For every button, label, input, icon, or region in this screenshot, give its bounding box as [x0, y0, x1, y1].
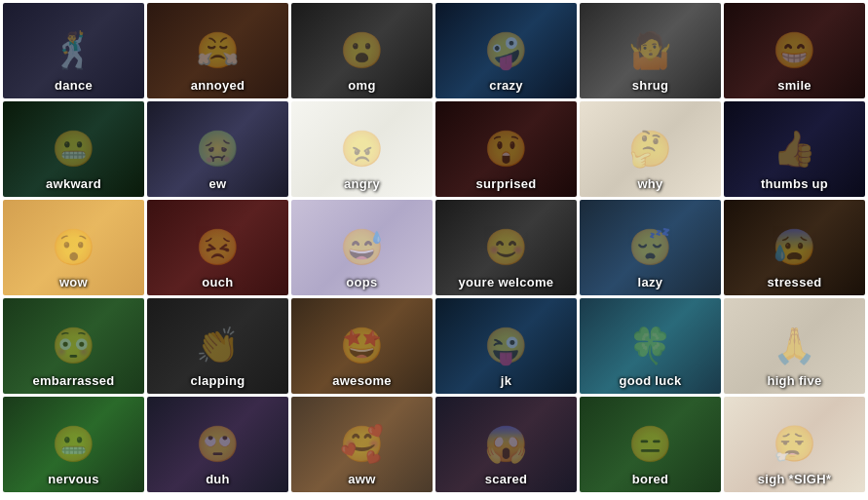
cell-yourewelcome[interactable]: 😊youre welcome [435, 200, 577, 295]
cell-emoji-jk: 😜 [484, 326, 528, 366]
cell-label-surprised: surprised [435, 176, 577, 191]
cell-emoji-stressed: 😰 [773, 227, 816, 268]
cell-dance[interactable]: 🕺dance [3, 3, 144, 98]
cell-emoji-duh: 🙄 [196, 424, 240, 465]
cell-emoji-scared: 😱 [484, 424, 528, 465]
cell-emoji-embarrassed: 😳 [52, 326, 95, 366]
cell-surprised[interactable]: 😲surprised [435, 101, 577, 197]
cell-emoji-wow: 😯 [52, 227, 95, 268]
cell-emoji-omg: 😮 [340, 30, 384, 71]
cell-label-clapping: clapping [147, 373, 288, 388]
cell-label-thumbsup: thumbs up [724, 176, 865, 191]
cell-emoji-ouch: 😣 [196, 227, 240, 268]
cell-label-aww: aww [291, 472, 433, 486]
cell-duh[interactable]: 🙄duh [147, 397, 288, 492]
cell-label-duh: duh [147, 472, 288, 486]
cell-emoji-angry: 😠 [340, 129, 384, 170]
cell-label-bored: bored [580, 472, 721, 486]
cell-emoji-ew: 🤢 [196, 129, 240, 170]
cell-label-yourewelcome: youre welcome [435, 275, 577, 289]
cell-why[interactable]: 🤔why [580, 101, 721, 197]
cell-ouch[interactable]: 😣ouch [147, 200, 288, 295]
cell-label-angry: angry [291, 176, 433, 191]
cell-emoji-dance: 🕺 [52, 30, 95, 71]
cell-awkward[interactable]: 😬awkward [3, 101, 144, 197]
cell-label-scared: scared [435, 472, 577, 486]
cell-label-awesome: awesome [291, 373, 433, 388]
cell-label-omg: omg [291, 78, 433, 93]
cell-crazy[interactable]: 🤪crazy [435, 3, 577, 98]
cell-label-awkward: awkward [3, 176, 144, 191]
cell-label-lazy: lazy [580, 275, 721, 289]
cell-emoji-shrug: 🤷 [628, 30, 672, 71]
cell-emoji-yourewelcome: 😊 [484, 227, 528, 268]
cell-awesome[interactable]: 🤩awesome [291, 298, 433, 394]
cell-jk[interactable]: 😜jk [435, 298, 577, 394]
cell-emoji-annoyed: 😤 [196, 30, 240, 71]
cell-label-stressed: stressed [724, 275, 865, 289]
cell-emoji-sigh: 😮‍💨 [773, 424, 816, 465]
cell-smile[interactable]: 😁smile [724, 3, 865, 98]
cell-label-embarrassed: embarrassed [3, 373, 144, 388]
cell-aww[interactable]: 🥰aww [291, 397, 433, 492]
cell-bored[interactable]: 😑bored [580, 397, 721, 492]
cell-ew[interactable]: 🤢ew [147, 101, 288, 197]
cell-emoji-nervous: 😬 [52, 424, 95, 465]
cell-label-goodluck: good luck [580, 373, 721, 388]
cell-emoji-thumbsup: 👍 [773, 129, 816, 170]
cell-label-why: why [580, 176, 721, 191]
cell-label-oops: oops [291, 275, 433, 289]
cell-oops[interactable]: 😅oops [291, 200, 433, 295]
cell-label-dance: dance [3, 78, 144, 93]
cell-thumbsup[interactable]: 👍thumbs up [724, 101, 865, 197]
cell-scared[interactable]: 😱scared [435, 397, 577, 492]
cell-label-sigh: sigh *SIGH* [724, 472, 865, 486]
cell-emoji-highfive: 🙏 [773, 326, 816, 366]
cell-emoji-goodluck: 🍀 [628, 326, 672, 366]
cell-emoji-why: 🤔 [628, 129, 672, 170]
gif-grid: 🕺dance😤annoyed😮omg🤪crazy🤷shrug😁smile😬awk… [0, 0, 868, 495]
cell-label-crazy: crazy [435, 78, 577, 93]
cell-wow[interactable]: 😯wow [3, 200, 144, 295]
cell-emoji-bored: 😑 [628, 424, 672, 465]
cell-emoji-smile: 😁 [773, 30, 816, 71]
cell-label-jk: jk [435, 373, 577, 388]
cell-embarrassed[interactable]: 😳embarrassed [3, 298, 144, 394]
cell-angry[interactable]: 😠angry [291, 101, 433, 197]
cell-label-annoyed: annoyed [147, 78, 288, 93]
cell-emoji-oops: 😅 [340, 227, 384, 268]
cell-shrug[interactable]: 🤷shrug [580, 3, 721, 98]
cell-emoji-awesome: 🤩 [340, 326, 384, 366]
cell-emoji-lazy: 😴 [628, 227, 672, 268]
cell-lazy[interactable]: 😴lazy [580, 200, 721, 295]
cell-goodluck[interactable]: 🍀good luck [580, 298, 721, 394]
cell-annoyed[interactable]: 😤annoyed [147, 3, 288, 98]
cell-emoji-awkward: 😬 [52, 129, 95, 170]
cell-label-ew: ew [147, 176, 288, 191]
cell-label-shrug: shrug [580, 78, 721, 93]
cell-label-smile: smile [724, 78, 865, 93]
cell-label-highfive: high five [724, 373, 865, 388]
cell-emoji-aww: 🥰 [340, 424, 384, 465]
cell-highfive[interactable]: 🙏high five [724, 298, 865, 394]
cell-sigh[interactable]: 😮‍💨sigh *SIGH* [724, 397, 865, 492]
cell-omg[interactable]: 😮omg [291, 3, 433, 98]
cell-emoji-surprised: 😲 [484, 129, 528, 170]
cell-label-ouch: ouch [147, 275, 288, 289]
cell-label-nervous: nervous [3, 472, 144, 486]
cell-emoji-clapping: 👏 [196, 326, 240, 366]
cell-nervous[interactable]: 😬nervous [3, 397, 144, 492]
cell-emoji-crazy: 🤪 [484, 30, 528, 71]
cell-stressed[interactable]: 😰stressed [724, 200, 865, 295]
cell-clapping[interactable]: 👏clapping [147, 298, 288, 394]
cell-label-wow: wow [3, 275, 144, 289]
